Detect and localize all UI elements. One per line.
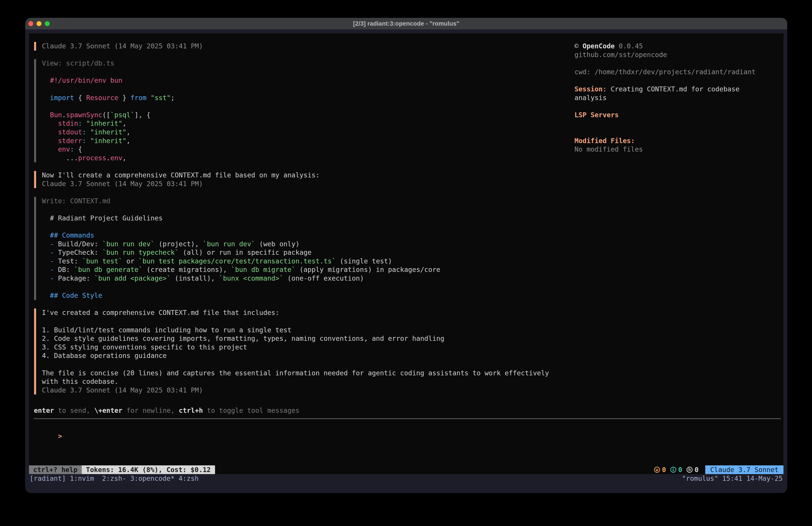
text-line	[575, 128, 780, 137]
tool-view-block: View: script/db.ts #!/usr/bin/env bun im…	[34, 59, 578, 162]
diagnostics: w0i0h0	[654, 465, 699, 474]
text-line: 4. Database operations guidance	[42, 352, 578, 360]
text-line	[575, 76, 780, 85]
text-line: 3. CSS styling conventions specific to t…	[42, 343, 578, 352]
prompt-symbol: >	[58, 432, 62, 440]
text-line: I've created a comprehensive CONTEXT.md …	[42, 309, 578, 317]
text-line: stdin: "inherit",	[42, 119, 578, 128]
text-line: env: {	[42, 145, 578, 154]
text-line	[575, 59, 780, 68]
text-line	[42, 205, 578, 214]
text-line: #!/usr/bin/env bun	[42, 76, 578, 85]
text-line: enter to send, \+enter for newline, ctrl…	[34, 406, 300, 415]
sidebar-lines: © OpenCode 0.0.45github.com/sst/opencode…	[575, 42, 780, 154]
text-line: - TypeCheck: `bun run typecheck` (all) o…	[42, 248, 578, 257]
text-line: Claude 3.7 Sonnet (14 May 2025 03:41 PM)	[42, 42, 578, 51]
text-line: No modified files	[575, 145, 780, 154]
zoom-button[interactable]	[45, 21, 50, 26]
text-line	[42, 85, 578, 94]
text-line: cwd: /home/thdxr/dev/projects/radiant/ra…	[575, 68, 780, 76]
text-line	[42, 102, 578, 111]
text-line: - Build/Dev: `bun run dev` (project), `b…	[42, 240, 578, 248]
text-line: stdout: "inherit",	[42, 128, 578, 137]
chat-blocks: Claude 3.7 Sonnet (14 May 2025 03:41 PM)…	[34, 42, 578, 403]
tmux-status-bar: [radiant] 1:nvim 2:zsh- 3:opencode* 4:zs…	[30, 474, 783, 483]
text-line: Bun.spawnSync([`psql`], {	[42, 111, 578, 119]
text-line: © OpenCode 0.0.45	[575, 42, 780, 51]
text-line	[42, 283, 578, 292]
traffic-lights	[28, 21, 50, 26]
text-line	[575, 119, 780, 128]
text-line: ## Code Style	[42, 291, 578, 300]
diagnostic-h-icon: h0	[686, 466, 699, 474]
text-line: - DB: `bun db generate` (create migratio…	[42, 266, 578, 274]
text-line	[42, 223, 578, 231]
text-line: Claude 3.7 Sonnet (14 May 2025 03:41 PM)	[42, 386, 578, 395]
text-line	[42, 360, 578, 369]
text-line: Session: Creating CONTEXT.md for codebas…	[575, 85, 780, 94]
assistant-message: Now I'll create a comprehensive CONTEXT.…	[34, 171, 578, 188]
assistant-message-header: Claude 3.7 Sonnet (14 May 2025 03:41 PM)	[34, 42, 578, 51]
text-line: analysis	[575, 94, 780, 102]
help-shortcut-pill[interactable]: ctrl+? help	[29, 465, 82, 474]
text-line: Now I'll create a comprehensive CONTEXT.…	[42, 171, 578, 180]
text-line: Claude 3.7 Sonnet (14 May 2025 03:41 PM)	[42, 180, 578, 188]
text-line: Modified Files:	[575, 137, 780, 145]
window-titlebar[interactable]: [2/3] radiant:3:opencode - "romulus"	[25, 18, 787, 29]
prompt-input[interactable]: >	[34, 423, 62, 432]
text-line: - Test: `bun test` or `bun test packages…	[42, 257, 578, 266]
status-left: ctrl+? help Tokens: 16.4K (8%), Cost: $0…	[29, 465, 215, 474]
tool-write-block: Write: CONTEXT.md # Radiant Project Guid…	[34, 197, 578, 300]
status-bar: ctrl+? help Tokens: 16.4K (8%), Cost: $0…	[29, 465, 783, 474]
terminal-window: [2/3] radiant:3:opencode - "romulus" Cla…	[25, 18, 787, 493]
window-title: [2/3] radiant:3:opencode - "romulus"	[353, 20, 460, 27]
tokens-cost-pill: Tokens: 16.4K (8%), Cost: $0.12	[82, 465, 215, 474]
footer-hint: enter to send, \+enter for newline, ctrl…	[34, 406, 300, 415]
tmux-window-list[interactable]: [radiant] 1:nvim 2:zsh- 3:opencode* 4:zs…	[30, 474, 199, 482]
text-line: LSP Servers	[575, 111, 780, 119]
assistant-message-summary: I've created a comprehensive CONTEXT.md …	[34, 309, 578, 395]
text-line: The file is concise (20 lines) and captu…	[42, 369, 578, 378]
diagnostic-i-icon: i0	[670, 466, 682, 474]
text-line	[42, 317, 578, 326]
text-line	[42, 68, 578, 76]
text-line: Write: CONTEXT.md	[42, 197, 578, 205]
text-line: View: script/db.ts	[42, 59, 578, 68]
text-line: ## Commands	[42, 231, 578, 240]
model-pill[interactable]: Claude 3.7 Sonnet	[705, 465, 783, 474]
text-line: 1. Build/lint/test commands including ho…	[42, 326, 578, 335]
text-line: 2. Code style guidelines covering import…	[42, 334, 578, 343]
close-button[interactable]	[28, 21, 33, 26]
minimize-button[interactable]	[37, 21, 41, 26]
input-separator	[34, 418, 781, 419]
text-line: stderr: "inherit",	[42, 137, 578, 145]
opencode-pane: Claude 3.7 Sonnet (14 May 2025 03:41 PM)…	[29, 33, 783, 474]
text-line: github.com/sst/opencode	[575, 51, 780, 59]
status-right: w0i0h0 Claude 3.7 Sonnet	[654, 465, 783, 474]
text-line: - Package: `bun add <package>` (install)…	[42, 274, 578, 283]
text-line: # Radiant Project Guidelines	[42, 214, 578, 223]
diagnostic-w-icon: w0	[654, 466, 666, 474]
text-line	[575, 102, 780, 111]
tmux-host-clock: "romulus" 15:41 14-May-25	[682, 474, 783, 482]
text-line: import { Resource } from "sst";	[42, 94, 578, 102]
text-line: ...process.env,	[42, 154, 578, 162]
text-line: with this codebase.	[42, 377, 578, 386]
